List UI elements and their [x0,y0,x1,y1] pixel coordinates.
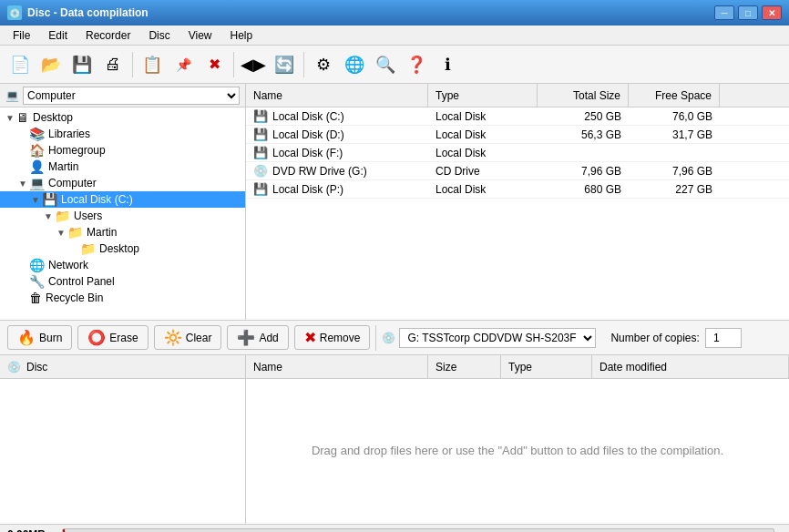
disc-tree-label: Disc [26,361,47,373]
tree-item-recycle[interactable]: 🗑 Recycle Bin [0,290,245,306]
progress-track [62,528,774,533]
menu-recorder[interactable]: Recorder [77,27,139,44]
tree-item-libraries[interactable]: 📚 Libraries [0,126,245,142]
clear-label: Clear [186,332,212,344]
compile-files: Name Size Type Date modified Drag and dr… [246,355,789,524]
file-row-p[interactable]: 💾 Local Disk (P:) Local Disk 680 GB 227 … [246,180,789,199]
file-row-g[interactable]: 💿 DVD RW Drive (G:) CD Drive 7,96 GB 7,9… [246,162,789,180]
tree-item-martin2[interactable]: ▼ 📁 Martin [0,224,245,240]
expand-users-icon: ▼ [42,211,55,221]
tree-item-network[interactable]: 🌐 Network [0,257,245,273]
tree-label-computer: Computer [48,177,97,189]
disc-tree-icon: 💿 [7,361,21,373]
minimize-button[interactable]: ─ [714,5,734,20]
comp-col-size[interactable]: Size [428,355,501,378]
file-free-p: 227 GB [629,183,720,196]
tree-label-homegroup: Homegroup [48,144,106,157]
main-panel: 💻 Computer ▼ 🖥 Desktop 📚 Libraries [0,84,789,321]
file-type-g: CD Drive [428,165,538,178]
burn-icon: 🔥 [17,329,36,346]
menu-view[interactable]: View [179,27,221,44]
prev-button[interactable]: ◀▶ [239,50,268,79]
tree-computer-icon: 💻 [5,89,19,102]
search-button[interactable]: 🔍 [371,50,400,79]
window-title: Disc - Data compilation [27,6,714,19]
comp-col-type[interactable]: Type [501,355,592,378]
file-row-d[interactable]: 💾 Local Disk (D:) Local Disk 56,3 GB 31,… [246,126,789,144]
remove-button[interactable]: ✖ Remove [294,325,371,350]
tree-item-homegroup[interactable]: 🏠 Homegroup [0,142,245,159]
open-button[interactable]: 📂 [36,50,66,79]
tree-item-desktop[interactable]: ▼ 🖥 Desktop [0,109,245,126]
comp-col-date[interactable]: Date modified [592,355,789,378]
paste-button[interactable]: 📌 [169,50,198,79]
window-controls: ─ □ ✕ [714,5,782,20]
disc-tree-panel: 💿 Disc [0,355,246,524]
tree-item-users[interactable]: ▼ 📁 Users [0,208,245,224]
control-icon: 🔧 [29,274,45,289]
refresh-button[interactable]: 🔄 [270,50,299,79]
file-free-d: 31,7 GB [629,128,720,141]
add-label: Add [259,332,278,344]
tree-label-control: Control Panel [48,275,115,288]
drive-f-icon: 💾 [253,146,268,159]
users-icon: 📁 [55,209,70,223]
tree-location-select[interactable]: Computer [23,87,240,105]
file-name-g: 💿 DVD RW Drive (G:) [246,164,428,178]
expand-local-c-icon: ▼ [29,195,42,205]
disc-tree-body [0,379,245,524]
file-type-c: Local Disk [428,110,538,123]
help-button[interactable]: ❓ [402,50,431,79]
tree-header: 💻 Computer [0,84,245,107]
drive-icon: 💿 [382,332,395,344]
erase-button[interactable]: ⭕ Erase [77,325,148,350]
file-name-f: 💾 Local Disk (F:) [246,146,428,159]
col-header-name[interactable]: Name [246,84,428,107]
info-button[interactable]: ℹ [433,50,462,79]
copies-input[interactable] [705,328,742,348]
comp-col-name[interactable]: Name [246,355,428,378]
file-total-g: 7,96 GB [538,165,629,178]
menu-disc[interactable]: Disc [139,27,179,44]
menu-help[interactable]: Help [221,27,262,44]
col-header-free[interactable]: Free Space [629,84,720,107]
tree-label-local-c: Local Disk (C:) [61,193,133,206]
col-header-total[interactable]: Total Size [538,84,629,107]
network-icon: 🌐 [29,258,45,272]
tree-item-martin[interactable]: 👤 Martin [0,159,245,175]
file-row-f[interactable]: 💾 Local Disk (F:) Local Disk [246,144,789,162]
tree-label-recycle: Recycle Bin [46,292,103,304]
tree-item-computer[interactable]: ▼ 💻 Computer [0,175,245,191]
libraries-icon: 📚 [29,127,45,141]
delete-button[interactable]: ✖ [200,50,229,79]
toolbar: 📄 📂 💾 🖨 📋 📌 ✖ ◀▶ 🔄 ⚙ 🌐 🔍 ❓ ℹ [0,46,789,84]
file-row-c[interactable]: 💾 Local Disk (C:) Local Disk 250 GB 76,0… [246,107,789,126]
homegroup-icon: 🏠 [29,143,45,158]
new-button[interactable]: 📄 [5,50,35,79]
save-button[interactable]: 💾 [67,50,97,79]
desktop-icon: 🖥 [16,110,29,125]
copy-button[interactable]: 📋 [138,50,167,79]
menu-edit[interactable]: Edit [39,27,77,44]
clear-button[interactable]: 🔆 Clear [154,325,222,350]
menu-file[interactable]: File [4,27,39,44]
tree-item-local-c[interactable]: ▼ 💾 Local Disk (C:) [0,191,245,208]
globe-button[interactable]: 🌐 [340,50,369,79]
add-button[interactable]: ➕ Add [227,325,288,350]
maximize-button[interactable]: □ [738,5,758,20]
file-total-d: 56,3 GB [538,128,629,141]
close-button[interactable]: ✕ [762,5,782,20]
expand-computer-icon: ▼ [16,179,29,189]
disc-tree-header: 💿 Disc [0,355,245,379]
file-type-f: Local Disk [428,147,538,159]
print-button[interactable]: 🖨 [98,50,128,79]
file-type-d: Local Disk [428,128,538,141]
files-panel: Name Type Total Size Free Space 💾 Local … [246,84,789,320]
col-header-type[interactable]: Type [428,84,538,107]
burn-button[interactable]: 🔥 Burn [7,325,72,350]
drive-select[interactable]: G: TSSTcorp CDDVDW SH-S203F [399,328,596,348]
settings-button[interactable]: ⚙ [309,50,338,79]
tree-item-desktop2[interactable]: 📁 Desktop [0,240,245,257]
tree-item-control[interactable]: 🔧 Control Panel [0,273,245,290]
file-name-c: 💾 Local Disk (C:) [246,109,428,123]
